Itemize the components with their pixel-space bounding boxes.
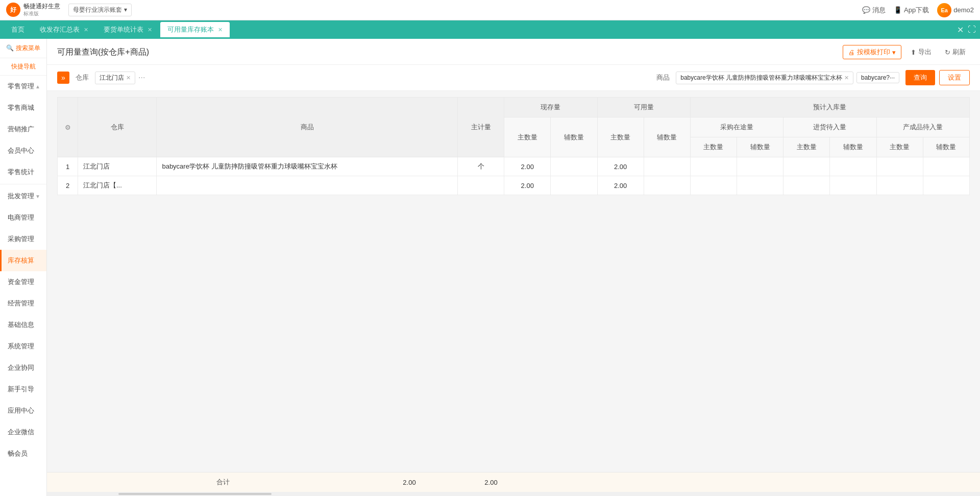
sidebar-item-ecommerce-label: 电商管理 [8, 213, 34, 222]
th-forecast-group: 预计入库量 [690, 98, 969, 117]
industry-label: 母婴行业演示账套 [73, 6, 122, 14]
product-tag-1-remove[interactable]: ✕ [844, 75, 849, 81]
sidebar-search[interactable]: 🔍 搜索菜单 [0, 39, 46, 58]
footer-total-label: 合计 [57, 478, 389, 487]
sidebar-quick-nav[interactable]: 快捷导航 [0, 58, 46, 76]
th-production-group: 产成品待入量 [876, 117, 969, 137]
table-header-group: ⚙ 仓库 商品 主计量 现存量 可用量 预计入库量 [58, 98, 970, 117]
cell-unit: 个 [457, 157, 504, 176]
sidebar-item-base-info[interactable]: 基础信息 [0, 314, 46, 336]
product-tag-1[interactable]: babycare学饮杯 儿童防摔防撞吸管杯重力球吸嘴杯宝宝水杯 ✕ [676, 72, 853, 84]
sidebar-item-base-info-label: 基础信息 [8, 320, 34, 329]
refresh-label: 刷新 [952, 48, 966, 57]
cell-production-main [876, 157, 923, 176]
tab-home[interactable]: 首页 [4, 22, 32, 37]
sidebar-item-system[interactable]: 系统管理 [0, 336, 46, 357]
sidebar-item-retail-mgmt-label: 零售管理 [8, 82, 34, 91]
sidebar-item-member2[interactable]: 畅会员 [0, 443, 46, 464]
sidebar-item-inventory[interactable]: 库存核算 [0, 250, 46, 271]
th-incoming-aux: 辅数量 [830, 137, 876, 157]
query-button[interactable]: 查询 [905, 70, 935, 85]
logo-area: 好 畅捷通好生意 标准版 [6, 3, 60, 17]
warehouse-tag-remove[interactable]: ✕ [126, 75, 131, 81]
cell-incoming-main [783, 176, 830, 195]
page-header: 可用量查询(按仓库+商品) 🖨 按模板打印 ▾ ⬆ 导出 ↻ 刷新 [47, 39, 980, 65]
product-label: 商品 [656, 73, 670, 82]
tab-available-stock[interactable]: 可用量库存账本 ✕ [160, 22, 230, 37]
message-item[interactable]: 💬 消息 [862, 6, 886, 15]
cell-available-main: 2.00 [597, 176, 644, 195]
fullscreen-icon[interactable]: ⛶ [968, 25, 976, 34]
sidebar-item-enterprise[interactable]: 企业协同 [0, 357, 46, 379]
sidebar-item-inventory-label: 库存核算 [8, 256, 34, 265]
horizontal-scrollbar[interactable] [118, 493, 272, 495]
user-item[interactable]: Ea demo2 [937, 3, 974, 17]
product-tag-2[interactable]: babycare?··· [856, 72, 899, 83]
app-download-label: App下载 [904, 6, 929, 15]
sidebar-item-marketing[interactable]: 营销推广 [0, 119, 46, 140]
warehouse-tag[interactable]: 江北门店 ✕ [95, 72, 135, 84]
sidebar-item-member[interactable]: 会员中心 [0, 140, 46, 161]
cell-warehouse: 江北门店【... [78, 176, 157, 195]
cell-stock-main: 2.00 [504, 157, 551, 176]
cell-available-main: 2.00 [597, 157, 644, 176]
settings-button[interactable]: 设置 [939, 70, 970, 85]
cell-no: 1 [58, 157, 78, 176]
industry-select[interactable]: 母婴行业演示账套 ▾ [68, 4, 132, 16]
top-bar: 好 畅捷通好生意 标准版 母婴行业演示账套 ▾ 💬 消息 📱 App下载 Ea … [0, 0, 980, 20]
sidebar-item-retail-stats[interactable]: 零售统计 [0, 161, 46, 183]
tab-summary[interactable]: 收发存汇总表 ✕ [33, 22, 95, 37]
sidebar-item-wholesale[interactable]: 批发管理 ▼ [0, 185, 46, 207]
sidebar-item-operations[interactable]: 经营管理 [0, 293, 46, 314]
print-label: 按模板打印 [857, 48, 890, 57]
th-stock-group: 现存量 [504, 98, 597, 117]
settings-icon[interactable]: ⚙ [63, 122, 73, 132]
close-icon[interactable]: ✕ [957, 25, 964, 35]
th-incoming-main: 主数量 [783, 137, 830, 157]
sidebar-item-finance[interactable]: 资金管理 [0, 271, 46, 293]
sidebar-item-app-center[interactable]: 应用中心 [0, 400, 46, 421]
refresh-button[interactable]: ↻ 刷新 [941, 45, 970, 59]
double-right-icon: » [61, 74, 65, 82]
tab-order-stats[interactable]: 要货单统计表 ✕ [96, 22, 159, 37]
warehouse-label: 仓库 [76, 73, 89, 82]
tab-summary-close[interactable]: ✕ [84, 27, 88, 33]
filter-toggle-button[interactable]: » [57, 72, 69, 84]
filter-tags: 江北门店 ✕ ··· [95, 72, 650, 84]
th-stock-main: 主数量 [504, 117, 551, 157]
sidebar-search-label: 搜索菜单 [16, 44, 40, 52]
export-icon: ⬆ [911, 49, 916, 56]
sidebar-item-ecommerce[interactable]: 电商管理 [0, 207, 46, 228]
footer-stock-main: 2.00 [389, 479, 430, 486]
tab-available-stock-close[interactable]: ✕ [218, 27, 223, 33]
cell-stock-aux [551, 157, 597, 176]
export-button[interactable]: ⬆ 导出 [906, 45, 936, 59]
app-download-item[interactable]: 📱 App下载 [894, 6, 929, 15]
cell-stock-aux [551, 176, 597, 195]
export-label: 导出 [918, 48, 932, 57]
page-title: 可用量查询(按仓库+商品) [57, 47, 149, 58]
cell-warehouse: 江北门店 [78, 157, 157, 176]
cell-incoming-aux [830, 176, 876, 195]
cell-production-main [876, 176, 923, 195]
tab-order-stats-close[interactable]: ✕ [148, 27, 152, 33]
sidebar-item-wechat[interactable]: 企业微信 [0, 421, 46, 443]
sidebar-item-retail-mall[interactable]: 零售商城 [0, 97, 46, 119]
filter-actions: 查询 设置 [905, 70, 970, 85]
cell-stock-main: 2.00 [504, 176, 551, 195]
tab-order-stats-label: 要货单统计表 [104, 25, 143, 34]
th-purchase-group: 采购在途量 [690, 117, 783, 137]
logo-text-area: 畅捷通好生意 标准版 [23, 3, 60, 17]
filter-more-icon[interactable]: ··· [138, 73, 145, 82]
th-available-group: 可用量 [597, 98, 690, 117]
sidebar-item-retail-stats-label: 零售统计 [8, 168, 34, 177]
print-button[interactable]: 🖨 按模板打印 ▾ [843, 45, 901, 59]
sidebar-item-purchase[interactable]: 采购管理 [0, 228, 46, 250]
cell-available-aux [644, 176, 690, 195]
product-tag-2-label: babycare?··· [861, 74, 895, 81]
table-body: 1 江北门店 babycare学饮杯 儿童防摔防撞吸管杯重力球吸嘴杯宝宝水杯 个… [58, 157, 970, 195]
sidebar-item-marketing-label: 营销推广 [8, 125, 34, 134]
sidebar-item-guide[interactable]: 新手引导 [0, 379, 46, 400]
th-purchase-main: 主数量 [690, 137, 737, 157]
sidebar-item-retail-mgmt[interactable]: 零售管理 ▲ [0, 76, 46, 97]
